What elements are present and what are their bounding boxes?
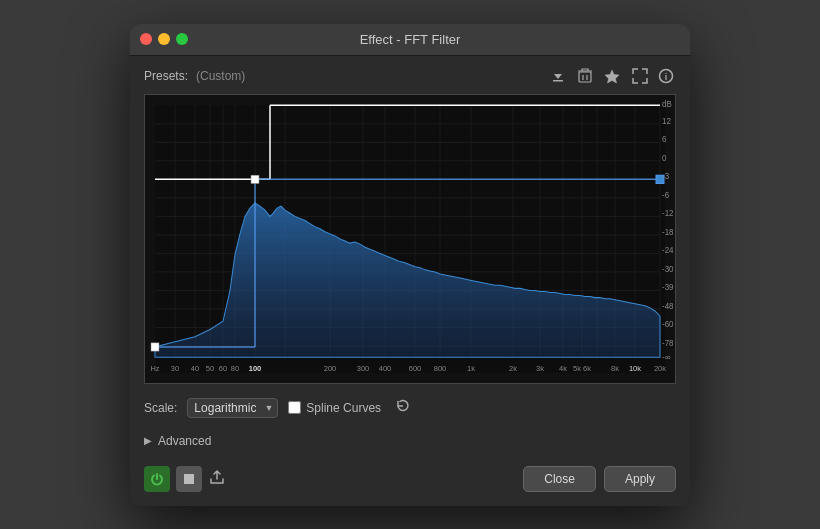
svg-text:-60: -60 bbox=[662, 320, 674, 329]
svg-text:0: 0 bbox=[662, 153, 667, 162]
svg-text:-6: -6 bbox=[662, 190, 670, 199]
svg-text:10k: 10k bbox=[629, 363, 641, 372]
svg-rect-84 bbox=[184, 474, 194, 484]
spline-curves-label: Spline Curves bbox=[306, 401, 381, 415]
close-window-button[interactable] bbox=[140, 33, 152, 45]
scale-select[interactable]: Linear Logarithmic bbox=[187, 398, 278, 418]
svg-text:-39: -39 bbox=[662, 283, 674, 292]
svg-text:20k: 20k bbox=[654, 363, 666, 372]
content-area: Presets: (Custom) bbox=[130, 56, 690, 506]
svg-text:40: 40 bbox=[191, 363, 199, 372]
svg-text:-30: -30 bbox=[662, 264, 674, 273]
spline-curves-checkbox-label[interactable]: Spline Curves bbox=[288, 401, 381, 415]
power-button[interactable] bbox=[144, 466, 170, 492]
info-button[interactable]: i bbox=[656, 66, 676, 86]
scale-select-wrapper[interactable]: Linear Logarithmic ▼ bbox=[187, 398, 278, 418]
traffic-lights bbox=[140, 33, 188, 45]
svg-text:-12: -12 bbox=[662, 209, 674, 218]
svg-text:600: 600 bbox=[409, 363, 421, 372]
svg-text:50: 50 bbox=[206, 363, 214, 372]
svg-text:2k: 2k bbox=[509, 363, 517, 372]
svg-rect-47 bbox=[151, 342, 159, 350]
title-bar: Effect - FFT Filter bbox=[130, 24, 690, 56]
svg-text:-18: -18 bbox=[662, 227, 674, 236]
svg-rect-1 bbox=[579, 72, 591, 82]
preset-right-icons: i bbox=[630, 66, 676, 86]
spline-curves-checkbox[interactable] bbox=[288, 401, 301, 414]
svg-text:-78: -78 bbox=[662, 338, 674, 347]
svg-text:30: 30 bbox=[171, 363, 179, 372]
chart-svg: dB 12 6 0 -3 -6 -12 -18 -24 -30 -39 -48 … bbox=[145, 95, 675, 383]
svg-rect-0 bbox=[553, 80, 563, 82]
preset-icons bbox=[548, 66, 622, 86]
svg-text:8k: 8k bbox=[611, 363, 619, 372]
export-button[interactable] bbox=[208, 469, 226, 489]
left-action-buttons bbox=[144, 466, 226, 492]
expand-icon-button[interactable] bbox=[630, 66, 650, 86]
close-button[interactable]: Close bbox=[523, 466, 596, 492]
svg-text:60: 60 bbox=[219, 363, 227, 372]
delete-preset-button[interactable] bbox=[576, 66, 594, 86]
stop-button[interactable] bbox=[176, 466, 202, 492]
bottom-row: Close Apply bbox=[144, 466, 676, 492]
presets-row: Presets: (Custom) bbox=[144, 66, 676, 86]
svg-text:80: 80 bbox=[231, 363, 239, 372]
svg-text:4k: 4k bbox=[559, 363, 567, 372]
window-title: Effect - FFT Filter bbox=[360, 32, 461, 47]
presets-label: Presets: bbox=[144, 69, 188, 83]
svg-text:400: 400 bbox=[379, 363, 391, 372]
advanced-section[interactable]: ▶ Advanced bbox=[144, 430, 676, 452]
svg-text:200: 200 bbox=[324, 363, 336, 372]
svg-text:100: 100 bbox=[249, 363, 261, 372]
svg-text:6: 6 bbox=[662, 135, 667, 144]
scale-row: Scale: Linear Logarithmic ▼ Spline Curve… bbox=[144, 394, 676, 422]
chevron-right-icon: ▶ bbox=[144, 435, 152, 446]
svg-text:i: i bbox=[665, 72, 668, 82]
scale-label: Scale: bbox=[144, 401, 177, 415]
svg-text:800: 800 bbox=[434, 363, 446, 372]
svg-text:-24: -24 bbox=[662, 246, 674, 255]
svg-marker-2 bbox=[605, 70, 619, 83]
svg-text:Hz: Hz bbox=[150, 363, 159, 372]
svg-text:3k: 3k bbox=[536, 363, 544, 372]
right-action-buttons: Close Apply bbox=[523, 466, 676, 492]
favorite-preset-button[interactable] bbox=[602, 66, 622, 86]
svg-rect-46 bbox=[251, 175, 259, 183]
svg-text:dB: dB bbox=[662, 100, 672, 109]
svg-text:5k 6k: 5k 6k bbox=[573, 363, 591, 372]
svg-text:-∞: -∞ bbox=[662, 353, 671, 362]
svg-text:1k: 1k bbox=[467, 363, 475, 372]
minimize-window-button[interactable] bbox=[158, 33, 170, 45]
svg-text:12: 12 bbox=[662, 116, 671, 125]
maximize-window-button[interactable] bbox=[176, 33, 188, 45]
presets-value: (Custom) bbox=[196, 69, 540, 83]
apply-button[interactable]: Apply bbox=[604, 466, 676, 492]
main-window: Effect - FFT Filter Presets: (Custom) bbox=[130, 24, 690, 506]
svg-text:300: 300 bbox=[357, 363, 369, 372]
svg-text:-48: -48 bbox=[662, 301, 674, 310]
fft-chart[interactable]: dB 12 6 0 -3 -6 -12 -18 -24 -30 -39 -48 … bbox=[144, 94, 676, 384]
svg-text:-3: -3 bbox=[662, 172, 670, 181]
save-preset-button[interactable] bbox=[548, 66, 568, 86]
reset-button[interactable] bbox=[391, 398, 415, 418]
advanced-label: Advanced bbox=[158, 434, 211, 448]
